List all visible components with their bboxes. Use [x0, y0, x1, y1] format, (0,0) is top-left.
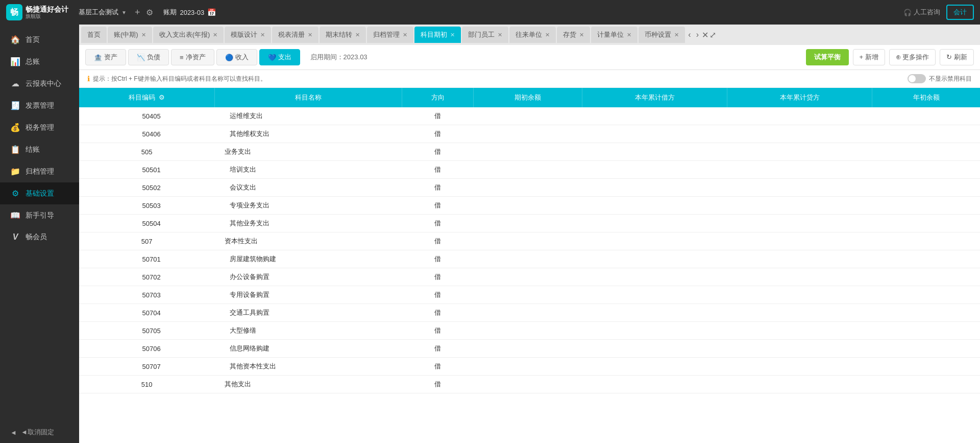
cell-opening-balance	[474, 304, 582, 322]
sub-tab-net-asset[interactable]: ≡ 净资产	[171, 49, 214, 65]
calendar-icon[interactable]: 📅	[207, 8, 216, 16]
add-button[interactable]: + 新增	[853, 49, 885, 65]
tab-inventory[interactable]: 存货 ✕	[557, 27, 590, 43]
table-row[interactable]: 505业务支出借	[79, 143, 980, 161]
tab-tax-list[interactable]: 税表清册 ✕	[272, 27, 318, 43]
table-row[interactable]: 50503专项业务支出借	[79, 197, 980, 215]
sidebar-item-tax[interactable]: 💰 税务管理	[0, 116, 79, 138]
cell-ytd-credit	[727, 143, 872, 161]
tab-partner-close[interactable]: ✕	[545, 32, 550, 38]
cell-name: 信息网络购建	[214, 340, 402, 358]
liability-icon: 📉	[137, 54, 145, 61]
col-ytd-credit: 本年累计贷方	[727, 88, 872, 107]
sidebar-item-closing[interactable]: 📋 结账	[0, 138, 79, 160]
table-row[interactable]: 50701房屋建筑物购建借	[79, 250, 980, 268]
sidebar-item-settings[interactable]: ⚙ 基础设置	[0, 182, 79, 204]
table-row[interactable]: 50703专用设备购置借	[79, 286, 980, 304]
table-row[interactable]: 50501培训支出借	[79, 161, 980, 179]
table-row[interactable]: 50704交通工具购置借	[79, 304, 980, 322]
net-asset-icon: ≡	[180, 54, 184, 61]
tab-prev-button[interactable]: ‹	[686, 30, 693, 39]
cell-ytd-credit	[727, 340, 872, 358]
period-info: 账期 2023-03 📅	[163, 8, 216, 17]
tab-subject-init[interactable]: 科目期初 ✕	[414, 27, 461, 43]
cell-year-start-balance	[872, 197, 980, 215]
sidebar-item-member[interactable]: V 畅会员	[0, 226, 79, 248]
tab-period-close[interactable]: 期末结转 ✕	[320, 27, 366, 43]
table-row[interactable]: 50502会议支出借	[79, 179, 980, 197]
tab-dept[interactable]: 部门员工 ✕	[462, 27, 508, 43]
tab-partner[interactable]: 往来单位 ✕	[509, 27, 556, 43]
sidebar-item-reports[interactable]: ☁ 云报表中心	[0, 73, 79, 95]
table-row[interactable]: 50707其他资本性支出借	[79, 358, 980, 376]
cell-ytd-debit	[582, 286, 727, 304]
tab-template-close[interactable]: ✕	[260, 32, 265, 38]
tab-unit[interactable]: 计量单位 ✕	[591, 27, 638, 43]
tab-currency-close[interactable]: ✕	[674, 32, 679, 38]
tab-home-label: 首页	[87, 30, 101, 39]
tab-period-close-close[interactable]: ✕	[355, 32, 360, 38]
table-row[interactable]: 50705大型修缮借	[79, 322, 980, 340]
add-project-button[interactable]: +	[135, 7, 140, 18]
sub-tab-liability[interactable]: 📉 负债	[128, 49, 169, 65]
sidebar-item-guide[interactable]: 📖 新手引导	[0, 204, 79, 226]
sidebar-item-home[interactable]: 🏠 首页	[0, 29, 79, 51]
tab-archive-close[interactable]: ✕	[403, 32, 407, 38]
table-body: 50405运维维支出借50406其他维权支出借505业务支出借50501培训支出…	[79, 107, 980, 393]
balance-button[interactable]: 试算平衡	[806, 49, 849, 65]
tab-next-button[interactable]: ›	[694, 30, 701, 39]
sub-tab-income[interactable]: 🔵 收入	[216, 49, 257, 65]
tab-mid-report[interactable]: 账(中期) ✕	[108, 27, 152, 43]
sidebar-label-invoice: 发票管理	[26, 101, 54, 110]
tab-inventory-close[interactable]: ✕	[579, 32, 584, 38]
cell-ytd-debit	[582, 340, 727, 358]
cell-code: 505	[79, 143, 214, 161]
cell-opening-balance	[474, 286, 582, 304]
disabled-toggle[interactable]	[908, 74, 926, 83]
tab-archive[interactable]: 归档管理 ✕	[367, 27, 413, 43]
sub-tab-asset[interactable]: 🏦 资产	[85, 49, 126, 65]
sidebar-item-invoice[interactable]: 🧾 发票管理	[0, 95, 79, 116]
more-button[interactable]: ⊕ 更多操作	[889, 49, 936, 65]
table-row[interactable]: 510其他支出借	[79, 376, 980, 393]
table-row[interactable]: 50706信息网络购建借	[79, 340, 980, 358]
cell-code: 50704	[79, 304, 214, 322]
sidebar-item-ledger[interactable]: 📊 总账	[0, 51, 79, 73]
cell-code: 50406	[79, 125, 214, 143]
cell-direction: 借	[402, 286, 474, 304]
cell-name: 资本性支出	[214, 232, 402, 250]
income-icon: 🔵	[225, 54, 233, 61]
column-settings-icon[interactable]: ⚙	[159, 94, 165, 101]
tab-home[interactable]: 首页	[81, 27, 107, 43]
tab-dept-close[interactable]: ✕	[498, 32, 502, 38]
table-row[interactable]: 50406其他维权支出借	[79, 125, 980, 143]
refresh-button[interactable]: ↻ 刷新	[940, 49, 974, 65]
cell-code: 50703	[79, 286, 214, 304]
tab-expand-button[interactable]: ⤢	[709, 30, 716, 40]
sidebar-collapse[interactable]: ◄ ◄取消固定	[0, 422, 79, 443]
cell-opening-balance	[474, 358, 582, 376]
table-row[interactable]: 50702办公设备购置借	[79, 268, 980, 286]
table-header-row: 科目编码 ⚙ 科目名称 方向 期初余额 本年累计借方 本年累计贷方 年初余额	[79, 88, 980, 107]
asset-icon: 🏦	[94, 54, 102, 61]
tab-mid-report-close[interactable]: ✕	[141, 32, 146, 38]
tab-template[interactable]: 模版设计 ✕	[225, 27, 271, 43]
tab-unit-close[interactable]: ✕	[627, 32, 631, 38]
tab-annual-report[interactable]: 收入支出表(年报) ✕	[153, 27, 224, 43]
settings-icon[interactable]: ⚙	[146, 8, 153, 17]
tab-currency[interactable]: 币种设置 ✕	[639, 27, 685, 43]
table-row[interactable]: 50405运维维支出借	[79, 107, 980, 125]
tab-annual-report-close[interactable]: ✕	[213, 32, 217, 38]
table-row[interactable]: 50504其他业务支出借	[79, 215, 980, 232]
account-button[interactable]: 会计	[946, 5, 974, 20]
sidebar-item-archive[interactable]: 📁 归档管理	[0, 160, 79, 182]
tab-close-all-button[interactable]: ✕	[702, 30, 708, 40]
tab-subject-init-close[interactable]: ✕	[450, 32, 455, 38]
table-row[interactable]: 507资本性支出借	[79, 232, 980, 250]
table-container[interactable]: 科目编码 ⚙ 科目名称 方向 期初余额 本年累计借方 本年累计贷方 年初余额 5	[79, 88, 980, 443]
toggle-disabled-area[interactable]: 不显示禁用科目	[908, 74, 972, 83]
service-button[interactable]: 🎧 人工咨询	[903, 8, 940, 17]
tab-tax-list-close[interactable]: ✕	[308, 32, 312, 38]
project-selector[interactable]: 基层工会测试 ▼	[79, 8, 127, 17]
sub-tab-expense[interactable]: 💙 支出	[259, 49, 300, 65]
